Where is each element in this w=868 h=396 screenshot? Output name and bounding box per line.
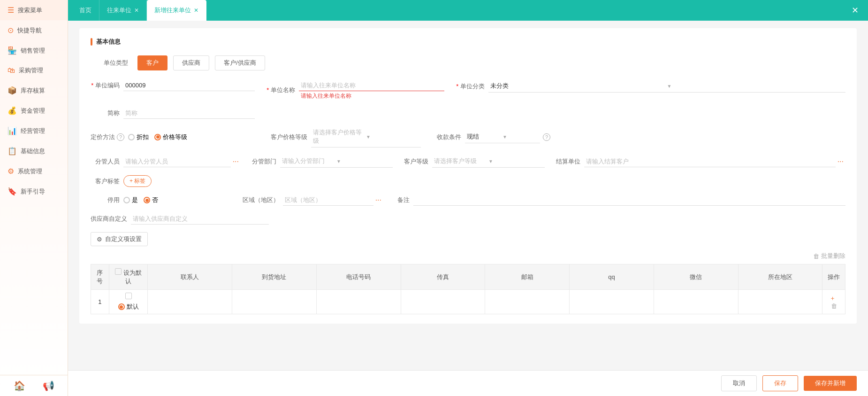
- radio-no[interactable]: 否: [144, 196, 158, 204]
- custom-settings-label: 自定义项设置: [105, 235, 142, 243]
- th-qq: qq: [570, 264, 654, 290]
- window-close-icon[interactable]: ✕: [846, 5, 864, 16]
- btn-both[interactable]: 客户/供应商: [215, 55, 265, 70]
- tab-counterparty[interactable]: 往来单位 ✕: [99, 0, 147, 21]
- cancel-button[interactable]: 取消: [721, 375, 757, 391]
- radio-yes[interactable]: 是: [123, 196, 138, 204]
- operation-icon: 📊: [8, 126, 17, 135]
- payment-terms-select[interactable]: 现结 ▼: [465, 131, 540, 143]
- radio-no-circle: [144, 197, 150, 203]
- notify-icon[interactable]: 📢: [43, 380, 54, 391]
- phone-input[interactable]: [320, 298, 398, 305]
- pricing-radio-group: 折扣 价格等级: [128, 133, 187, 141]
- row-region-input[interactable]: [741, 298, 820, 305]
- radio-price-level[interactable]: 价格等级: [154, 133, 187, 141]
- unit-category-select[interactable]: 未分类 ▼: [488, 80, 845, 93]
- form-row-tags: 客户标签 + 标签: [91, 175, 845, 187]
- sidebar-item-basic[interactable]: 📋 基础信息: [0, 141, 68, 161]
- set-default-radio[interactable]: 默认: [112, 303, 145, 311]
- sidebar-item-sales[interactable]: 🏪 销售管理: [0, 40, 68, 61]
- remark-input[interactable]: [413, 194, 845, 206]
- td-wechat[interactable]: [654, 290, 738, 314]
- add-tag-button[interactable]: + 标签: [123, 175, 152, 187]
- form-row-supplier-custom: 供应商自定义: [91, 213, 845, 225]
- supplier-custom-input[interactable]: [131, 213, 269, 225]
- basic-icon: 📋: [8, 147, 17, 155]
- radio-yes-circle: [123, 197, 130, 203]
- email-input[interactable]: [488, 298, 566, 305]
- th-default: 设为默认: [109, 264, 147, 290]
- tab-new-counterparty-close[interactable]: ✕: [194, 7, 198, 14]
- customer-level-select[interactable]: 请选择客户等级 ▼: [432, 155, 545, 168]
- unit-category-value: 未分类: [490, 82, 667, 90]
- pricing-help-icon[interactable]: ?: [117, 133, 124, 141]
- home-bottom-icon[interactable]: 🏠: [14, 380, 25, 391]
- td-email[interactable]: [485, 290, 570, 314]
- td-contact[interactable]: [148, 290, 232, 314]
- unit-code-input[interactable]: [123, 80, 255, 91]
- sidebar-item-label: 资金管理: [21, 107, 45, 115]
- group-payment-terms: 收款条件 现结 ▼ ?: [432, 131, 845, 143]
- tab-new-counterparty[interactable]: 新增往来单位 ✕: [147, 0, 206, 21]
- group-region: 区域（地区） ···: [243, 194, 383, 206]
- td-fax[interactable]: [401, 290, 485, 314]
- sidebar-item-finance[interactable]: 💰 资金管理: [0, 101, 68, 121]
- region-input[interactable]: [283, 194, 373, 206]
- qq-input[interactable]: [572, 298, 651, 305]
- sidebar-item-quick-nav[interactable]: ⊙ 快捷导航: [0, 20, 68, 40]
- td-qq[interactable]: [570, 290, 654, 314]
- customer-price-level-select[interactable]: 请选择客户价格等级 ▼: [311, 126, 421, 148]
- save-new-button[interactable]: 保存并新增: [804, 376, 857, 391]
- sidebar-item-inventory[interactable]: 📦 库存核算: [0, 80, 68, 101]
- tab-home[interactable]: 首页: [72, 0, 99, 21]
- main-area: 首页 往来单位 ✕ 新增往来单位 ✕ ✕ 基本信息 单位类型 客户 供应商 客户…: [68, 0, 868, 396]
- row-checkbox[interactable]: [125, 293, 132, 299]
- btn-customer[interactable]: 客户: [137, 55, 168, 70]
- form-row-disabled: 停用 是 否 区域（地区） ···: [91, 194, 845, 206]
- th-action: 操作: [822, 264, 845, 290]
- add-row-icon[interactable]: ＋: [830, 295, 836, 302]
- sidebar-item-search[interactable]: ☰ 搜索菜单: [0, 0, 68, 20]
- save-button[interactable]: 保存: [762, 375, 798, 391]
- group-customer-price-level: 客户价格等级 请选择客户价格等级 ▼: [271, 126, 421, 148]
- tab-counterparty-close[interactable]: ✕: [134, 7, 139, 14]
- checkbox-all[interactable]: [115, 268, 122, 275]
- settlement-unit-input[interactable]: [584, 156, 836, 167]
- unit-name-input[interactable]: [299, 80, 444, 91]
- region-label: 区域（地区）: [243, 196, 283, 204]
- radio-discount[interactable]: 折扣: [128, 133, 149, 141]
- tab-counterparty-label: 往来单位: [107, 6, 131, 15]
- contact-input[interactable]: [151, 298, 229, 305]
- form-row-pricing: 定价方法 ? 折扣 价格等级 客户: [91, 126, 845, 148]
- td-phone[interactable]: [316, 290, 401, 314]
- remark-label: 备注: [395, 196, 413, 204]
- btn-supplier[interactable]: 供应商: [173, 55, 209, 70]
- sidebar-item-purchase[interactable]: 🛍 采购管理: [0, 61, 68, 80]
- fax-input[interactable]: [404, 298, 482, 305]
- manager-input[interactable]: [123, 156, 231, 167]
- payment-help-icon[interactable]: ?: [543, 133, 550, 141]
- bottom-bar: 取消 保存 保存并新增: [68, 370, 868, 396]
- basic-info-card: 基本信息 单位类型 客户 供应商 客户/供应商 * 单位编码 * 单位名称: [79, 28, 857, 324]
- batch-delete-button[interactable]: 🗑 批量删除: [813, 252, 845, 260]
- custom-settings-button[interactable]: ⚙ 自定义项设置: [91, 232, 148, 246]
- wechat-input[interactable]: [657, 298, 735, 305]
- delete-row-icon[interactable]: 🗑: [831, 303, 837, 310]
- abbr-input[interactable]: [123, 108, 255, 119]
- department-select[interactable]: 请输入分管部门 ▼: [280, 155, 393, 168]
- sidebar-item-guide[interactable]: 🔖 新手引导: [0, 181, 68, 202]
- unit-category-label: * 单位分类: [456, 82, 488, 91]
- sales-icon: 🏪: [8, 46, 17, 55]
- settlement-more-icon[interactable]: ···: [836, 157, 845, 166]
- sidebar-item-operation[interactable]: 📊 经营管理: [0, 121, 68, 141]
- address-input[interactable]: [235, 298, 313, 305]
- chevron-down-icon: ▼: [488, 159, 543, 164]
- td-address[interactable]: [232, 290, 316, 314]
- abbr-label: 简称: [91, 109, 123, 117]
- sidebar-item-system[interactable]: ⚙ 系统管理: [0, 161, 68, 181]
- manager-more-icon[interactable]: ···: [231, 157, 241, 166]
- gear-icon: ⚙: [97, 236, 102, 243]
- td-region[interactable]: [738, 290, 822, 314]
- chevron-down-icon: ▼: [667, 84, 844, 89]
- region-more-icon[interactable]: ···: [373, 196, 383, 204]
